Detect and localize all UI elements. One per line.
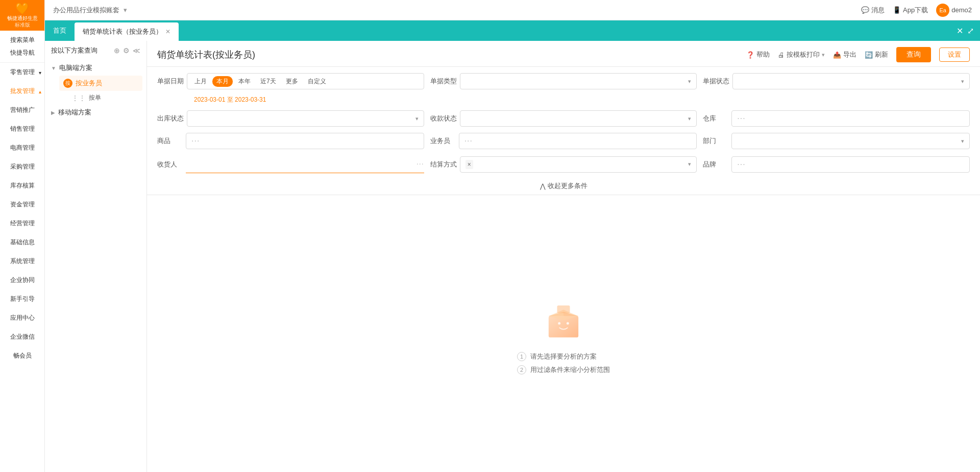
warehouse-label: 仓库: [703, 114, 728, 123]
help-btn[interactable]: ❓ 帮助: [746, 50, 770, 59]
receiver-input[interactable]: [186, 155, 416, 172]
doc-type-arrow-icon: ▾: [688, 78, 691, 85]
date-tag-custom[interactable]: 自定义: [304, 76, 330, 87]
scheme-by-order[interactable]: ⋮⋮ 按单: [67, 91, 142, 105]
settings-scheme-icon[interactable]: ⚙: [123, 46, 130, 55]
sidebar-item-basic-info[interactable]: 基础信息: [0, 233, 44, 252]
mobile-group-header[interactable]: ▶ 移动端方案: [49, 105, 142, 120]
user-menu[interactable]: Ea demo2: [936, 4, 972, 17]
app-download-btn[interactable]: 📱 App下载: [893, 6, 928, 15]
sidebar-item-purchase[interactable]: 采购管理: [0, 157, 44, 176]
scheme-by-salesperson[interactable]: 按 按业务员: [59, 76, 142, 91]
sidebar-item-operations[interactable]: 经营管理: [0, 214, 44, 233]
sidebar-item-ecommerce[interactable]: 电商管理: [0, 138, 44, 157]
date-filter-box[interactable]: 上月 本月 本年 近7天 更多 自定义: [187, 73, 424, 89]
brand-select[interactable]: ···: [731, 156, 970, 173]
sidebar-item-marketing[interactable]: 营销推广: [0, 101, 44, 120]
mobile-group-label: 移动端方案: [58, 108, 91, 117]
sidebar-item-system[interactable]: 系统管理: [0, 252, 44, 271]
export-btn[interactable]: 📤 导出: [833, 50, 856, 59]
sidebar-item-label: 基础信息: [10, 238, 35, 247]
sidebar-item-finance[interactable]: 资金管理: [0, 195, 44, 214]
refresh-btn[interactable]: 🔄 刷新: [865, 50, 888, 59]
filter-section: 单据日期 上月 本月 本年 近7天 更多 自定义 单据类型: [147, 67, 980, 177]
settlement-arrow-icon: ▾: [688, 161, 691, 168]
expand-arrow-icon: ▴: [39, 88, 41, 94]
department-label: 部门: [703, 136, 728, 146]
warehouse-dots-icon: ···: [737, 114, 745, 123]
setting-button[interactable]: 设置: [939, 48, 970, 62]
sidebar-item-sales[interactable]: 销售管理: [0, 120, 44, 138]
logo-icon: 🧡: [15, 2, 29, 15]
empty-state: 1 请先选择要分析的方案 2 用过滤条件来缩小分析范围: [147, 195, 980, 472]
collapse-button[interactable]: ⋀ 收起更多条件: [540, 181, 587, 191]
template-print-label: 按模板打印: [787, 50, 820, 59]
close-tab-icon[interactable]: ✕: [165, 28, 170, 35]
sidebar-item-wholesale[interactable]: 批发管理 ▴: [0, 82, 44, 101]
tab-sales-stat[interactable]: 销货单统计表（按业务员） ✕: [75, 22, 179, 41]
tab-home[interactable]: 首页: [45, 20, 75, 41]
active-tab-label: 销货单统计表（按业务员）: [83, 27, 162, 36]
doc-status-select[interactable]: ▾: [732, 73, 970, 89]
header-left: 办公用品行业模拟账套 ▾: [53, 6, 127, 15]
avatar: Ea: [936, 4, 949, 17]
right-panel: 销货单统计表(按业务员) ❓ 帮助 🖨 按模板打印 ▾ 📤 导出: [147, 41, 980, 472]
settlement-x-icon[interactable]: ×: [468, 161, 471, 168]
desktop-group-header[interactable]: ▼ 电脑端方案: [49, 60, 142, 76]
home-tab-label: 首页: [53, 26, 66, 35]
settlement-select[interactable]: × ▾: [460, 156, 697, 173]
warehouse-select[interactable]: ···: [731, 110, 970, 127]
goods-dots-icon: ···: [191, 136, 200, 146]
add-scheme-icon[interactable]: ⊕: [114, 46, 120, 55]
sidebar-item-label: 企业协同: [10, 276, 35, 285]
empty-step-1: 1 请先选择要分析的方案: [517, 352, 610, 361]
sidebar-item-appcenter[interactable]: 应用中心: [0, 309, 44, 327]
out-status-select[interactable]: ▾: [187, 110, 424, 127]
sidebar-item-retail[interactable]: 零售管理 ▾: [0, 63, 44, 82]
maximize-icon[interactable]: ⤢: [967, 26, 974, 36]
date-tag-this-year[interactable]: 本年: [234, 76, 255, 87]
messages-btn[interactable]: 💬 消息: [861, 6, 885, 15]
settlement-filter-group: 结算方式 × ▾: [430, 156, 697, 173]
department-select[interactable]: ▾: [731, 133, 970, 149]
collapse-panel-icon[interactable]: ≪: [133, 46, 140, 55]
doc-type-select[interactable]: ▾: [460, 73, 697, 89]
step-2-num: 2: [517, 365, 526, 374]
search-menu[interactable]: 搜索菜单: [0, 31, 44, 46]
app-subtitle: 标准版: [15, 21, 30, 29]
sidebar-item-wechat[interactable]: 企业微信: [0, 327, 44, 346]
panel-actions: ⊕ ⚙ ≪: [114, 46, 140, 55]
sidebar-item-newuser[interactable]: 新手引导: [0, 290, 44, 309]
tree-sub-items: ⋮⋮ 按单: [59, 91, 142, 105]
workspace-title: 办公用品行业模拟账套: [53, 6, 119, 15]
scheme-label: 按业务员: [76, 79, 102, 88]
tree-group-desktop: ▼ 电脑端方案 按 按业务员 ⋮⋮ 按单 ▶: [45, 60, 146, 120]
query-button[interactable]: 查询: [896, 47, 931, 62]
page-title: 销货单统计表(按业务员): [157, 49, 255, 61]
date-tag-7days[interactable]: 近7天: [256, 76, 280, 87]
sidebar-item-enterprise[interactable]: 企业协同: [0, 271, 44, 290]
scheme-icon: 按: [63, 79, 72, 88]
receipt-status-select[interactable]: ▾: [460, 110, 697, 127]
template-print-btn[interactable]: 🖨 按模板打印 ▾: [778, 50, 825, 59]
date-tag-last-month[interactable]: 上月: [190, 76, 211, 87]
close-window-icon[interactable]: ✕: [957, 26, 963, 36]
sidebar-item-label: 新手引导: [10, 295, 35, 303]
salesperson-select[interactable]: ···: [459, 133, 697, 149]
help-label: 帮助: [756, 50, 770, 59]
sidebar-item-label: 销售管理: [10, 125, 35, 133]
date-tag-more[interactable]: 更多: [282, 76, 302, 87]
filter-row-2: 出库状态 ▾ 收款状态 ▾ 仓库: [157, 110, 970, 127]
date-tag-this-month[interactable]: 本月: [212, 76, 233, 87]
main-area: 办公用品行业模拟账套 ▾ 💬 消息 📱 App下载 Ea demo2 首页: [45, 0, 980, 472]
sidebar-item-inventory[interactable]: 库存核算: [0, 176, 44, 195]
collapse-bar: ⋀ 收起更多条件: [147, 177, 980, 195]
quick-nav[interactable]: 快捷导航: [0, 46, 44, 63]
message-icon: 💬: [861, 6, 869, 14]
left-panel: 按以下方案查询 ⊕ ⚙ ≪ ▼ 电脑端方案 按 按业务员: [45, 41, 147, 472]
dropdown-arrow-icon[interactable]: ▾: [124, 6, 127, 14]
goods-select[interactable]: ···: [186, 133, 424, 149]
receipt-status-filter-group: 收款状态 ▾: [430, 110, 697, 127]
sidebar-item-member[interactable]: 畅会员: [0, 346, 44, 365]
receiver-dots-icon[interactable]: ···: [416, 159, 424, 168]
